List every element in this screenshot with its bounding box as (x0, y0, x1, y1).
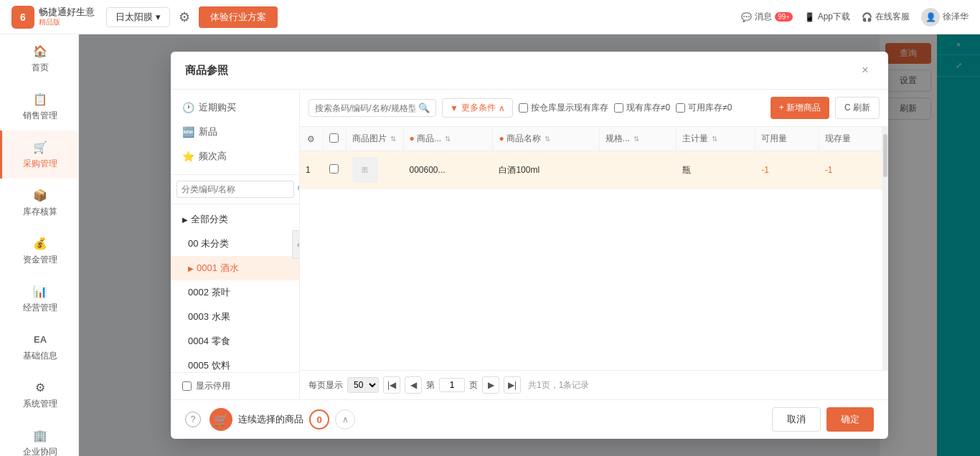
purchase-icon: 🛒 (32, 139, 48, 155)
sort-icon-unit: ⇅ (712, 135, 717, 143)
collapse-panel-button[interactable]: « (292, 230, 300, 259)
col-available: 可用量 (755, 127, 819, 151)
usable-ne0-wrap[interactable]: 可用库存≠0 (676, 102, 732, 114)
sidebar-item-stock[interactable]: 📦 库存核算 (0, 179, 78, 227)
avatar-icon: 👤 (921, 8, 940, 27)
cat-all[interactable]: ▶ 全部分类 (171, 207, 299, 232)
filter-label: 更多条件 (461, 102, 496, 114)
cat-0001[interactable]: ▶ 0001 酒水 (171, 256, 299, 280)
warehouse-label: 按仓库显示现有库存 (531, 102, 608, 114)
sidebar-item-ops[interactable]: 📊 经营管理 (0, 275, 78, 323)
sidebar-label-system: 系统管理 (23, 398, 57, 410)
available-ne0-wrap[interactable]: 现有库存≠0 (614, 102, 670, 114)
category-search-input[interactable] (176, 181, 294, 198)
product-thumbnail: 图 (352, 157, 378, 183)
logo-icon: 6 (11, 6, 34, 29)
cat-0004-label: 0004 零食 (188, 335, 230, 348)
sidebar-item-home[interactable]: 🏠 首页 (0, 34, 78, 82)
tab-frequent[interactable]: ⭐ 频次高 (171, 144, 299, 168)
app-name: 畅捷通好生意 (39, 6, 95, 18)
available-ne0-checkbox[interactable] (614, 103, 623, 113)
app-download-button[interactable]: 📱 App下载 (804, 11, 850, 23)
modal-close-button[interactable]: × (857, 62, 874, 79)
col-settings[interactable]: ⚙ (300, 127, 323, 151)
sidebar-item-basic[interactable]: EA 基础信息 (0, 323, 78, 371)
msg-label: 消息 (755, 11, 772, 23)
usable-ne0-label: 可用库存≠0 (688, 102, 732, 114)
cart-area: 🛒 连续选择的商品 0 ∧ (209, 408, 355, 431)
next-page-button[interactable]: ▶ (482, 376, 499, 394)
user-avatar[interactable]: 👤 徐泽华 (921, 8, 969, 27)
chevron-down-icon: ▾ (156, 11, 161, 22)
online-service-button[interactable]: 🎧 在线客服 (862, 11, 910, 23)
per-page-select[interactable]: 50 (347, 377, 379, 393)
tab-new[interactable]: 🆕 新品 (171, 120, 299, 144)
sort-icon-spec: ⇅ (633, 135, 639, 143)
sidebar-label-basic: 基础信息 (23, 350, 57, 362)
quick-tabs: 🕐 近期购买 🆕 新品 ⭐ 频次高 (171, 90, 299, 175)
more-filter-button[interactable]: ▼ 更多条件 ∧ (442, 98, 513, 118)
add-product-button[interactable]: + 新增商品 (771, 97, 829, 119)
refresh-product-button[interactable]: C 刷新 (835, 97, 880, 119)
cat-0002[interactable]: 0002 茶叶 (171, 280, 299, 305)
cancel-button[interactable]: 取消 (772, 407, 821, 432)
warehouse-checkbox[interactable] (519, 103, 528, 113)
product-reference-modal: 商品参照 × 🕐 近期购买 🆕 (171, 52, 888, 439)
modal-title: 商品参照 (185, 64, 228, 77)
triangle-down-icon: ▶ (188, 265, 194, 272)
table-row[interactable]: 1 图 000600... (300, 151, 882, 189)
row-checkbox[interactable] (323, 151, 346, 189)
tab-recent[interactable]: 🕐 近期购买 (171, 95, 299, 120)
image-placeholder: 图 (362, 166, 368, 175)
show-disabled-label[interactable]: 显示停用 (196, 380, 230, 392)
sidebar-item-purchase[interactable]: 🛒 采购管理 (0, 130, 78, 179)
prev-page-button[interactable]: ◀ (405, 376, 422, 394)
collapse-cart-button[interactable]: ∧ (335, 409, 355, 429)
finance-icon: 💰 (32, 235, 48, 251)
message-icon: 💬 (741, 12, 752, 22)
messages-button[interactable]: 💬 消息 99+ (741, 11, 792, 23)
cat-0003[interactable]: 0003 水果 (171, 305, 299, 329)
gear-icon[interactable]: ⚙ (179, 9, 190, 25)
sidebar-item-finance[interactable]: 💰 资金管理 (0, 227, 78, 275)
sidebar-item-sales[interactable]: 📋 销售管理 (0, 82, 78, 130)
sidebar-item-enterprise[interactable]: 🏢 企业协同 (0, 419, 78, 456)
row-unit: 瓶 (676, 151, 755, 189)
nav-dropdown[interactable]: 日太阳膜 ▾ (106, 7, 170, 27)
product-table-wrap: ⚙ 商品图片 ⇅ ● 商品... (300, 127, 888, 370)
new-icon: 🆕 (182, 126, 194, 138)
trial-button[interactable]: 体验行业方案 (199, 6, 278, 28)
footer-actions: 取消 确定 (772, 407, 874, 432)
last-page-button[interactable]: ▶| (504, 376, 521, 394)
filter-icon: ▼ (450, 103, 458, 113)
ops-icon: 📊 (32, 283, 48, 299)
sidebar-item-system[interactable]: ⚙ 系统管理 (0, 371, 78, 419)
page-label-2: 页 (469, 379, 478, 391)
usable-ne0-checkbox[interactable] (676, 103, 685, 113)
search-icon[interactable]: 🔍 (418, 103, 430, 113)
help-button[interactable]: ? (185, 412, 201, 427)
select-all-checkbox[interactable] (329, 133, 339, 143)
confirm-button[interactable]: 确定 (826, 407, 874, 432)
cat-00[interactable]: 00 未分类 (171, 232, 299, 256)
page-number-input[interactable] (439, 378, 465, 392)
row-spec (599, 151, 676, 189)
cat-0004[interactable]: 0004 零食 (171, 329, 299, 353)
product-content-panel: 🔍 ▼ 更多条件 ∧ 按仓库显示现有库存 (300, 90, 888, 399)
show-disabled-checkbox[interactable] (182, 381, 192, 391)
cat-0005[interactable]: 0005 饮料 (171, 353, 299, 372)
warehouse-checkbox-wrap[interactable]: 按仓库显示现有库存 (519, 102, 608, 114)
search-icon[interactable]: 🔍 (297, 184, 300, 195)
star-icon: ⭐ (182, 151, 194, 162)
recent-icon: 🕐 (182, 102, 194, 113)
scrollbar[interactable] (882, 127, 888, 370)
cart-icon[interactable]: 🛒 (209, 408, 232, 431)
category-panel: 🕐 近期购买 🆕 新品 ⭐ 频次高 (171, 90, 300, 399)
nav-right: 💬 消息 99+ 📱 App下载 🎧 在线客服 👤 徐泽华 (741, 8, 969, 27)
row-select-checkbox[interactable] (329, 164, 339, 174)
per-page-label: 每页显示 (308, 379, 343, 391)
category-footer: 显示停用 (171, 372, 299, 399)
cat-0005-label: 0005 饮料 (188, 359, 230, 372)
search-input[interactable] (315, 103, 415, 113)
first-page-button[interactable]: |◀ (383, 376, 400, 394)
